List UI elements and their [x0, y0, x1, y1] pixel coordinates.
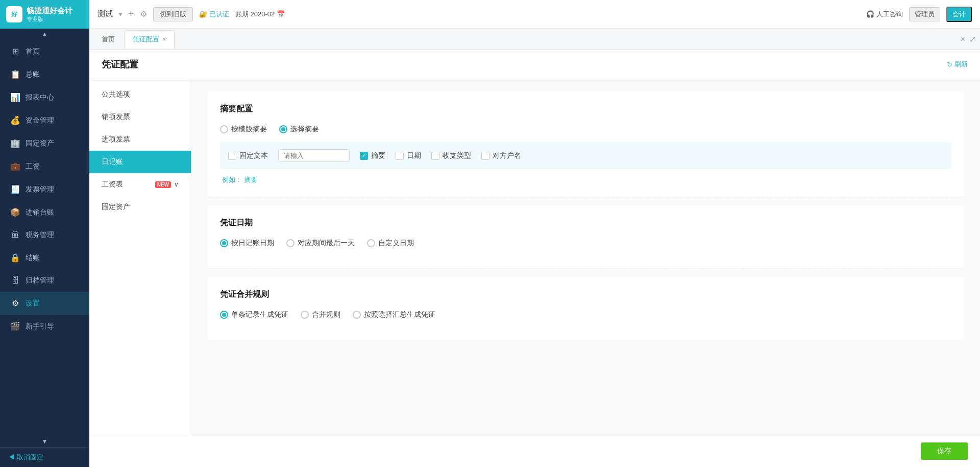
sidebar-label-home: 首页: [26, 47, 40, 56]
merge-rule-radio[interactable]: 合并规则: [301, 310, 340, 319]
sidebar-label-close: 结账: [26, 253, 40, 263]
by-selection-radio[interactable]: 按照选择汇总生成凭证: [353, 310, 435, 319]
summary-box[interactable]: ✓: [360, 152, 368, 160]
calendar-icon[interactable]: 📅: [277, 10, 285, 18]
payroll-chevron: ∨: [174, 181, 179, 188]
sidebar-item-report[interactable]: 📊 报表中心: [0, 86, 89, 109]
logo-subtitle: 专业版: [27, 15, 72, 23]
save-button[interactable]: 保存: [921, 442, 968, 460]
sidebar-item-close[interactable]: 🔒 结账: [0, 246, 89, 269]
sidebar-item-tax[interactable]: 🏛 税务管理: [0, 224, 89, 246]
content-header: 凭证配置 ↻ 刷新: [89, 50, 980, 79]
verified-status: 🔐 已认证: [199, 10, 229, 19]
journal-date-radio[interactable]: 按日记账日期: [220, 239, 274, 248]
nav-fixed-assets[interactable]: 固定资产: [89, 196, 191, 218]
merge-rule-circle[interactable]: [301, 311, 309, 319]
refresh-label: 刷新: [954, 60, 968, 69]
sidebar-item-home[interactable]: ⊞ 首页: [0, 40, 89, 63]
close-books-icon: 🔒: [10, 253, 20, 263]
trade-icon: 📦: [10, 207, 20, 217]
fixed-text-box[interactable]: [228, 152, 236, 160]
company-dropdown-icon[interactable]: ▾: [119, 11, 122, 18]
single-record-circle[interactable]: [220, 311, 228, 319]
fullscreen-btn[interactable]: ⤢: [969, 34, 976, 44]
sidebar-item-trade[interactable]: 📦 进销台账: [0, 201, 89, 224]
example-value: 摘要: [244, 176, 257, 183]
tabs-bar: 首页 凭证配置 × × ⤢: [89, 29, 980, 50]
add-company-icon[interactable]: +: [128, 9, 134, 19]
fixed-text-input[interactable]: [278, 149, 350, 162]
main-area: 测试 ▾ + ⚙ 切到旧版 🔐 已认证 账期 2023-02 📅 🎧 人工咨询 …: [89, 0, 980, 467]
single-record-radio[interactable]: 单条记录生成凭证: [220, 310, 288, 319]
date-section-title: 凭证日期: [220, 218, 951, 228]
example-text: 例如： 摘要: [220, 175, 951, 184]
nav-journal[interactable]: 日记账: [89, 151, 191, 173]
sidebar-label-report: 报表中心: [26, 93, 54, 102]
date-section: 凭证日期 按日记账日期 对应期间最后一天 自定义日期: [208, 205, 964, 269]
fund-icon: 💰: [10, 115, 20, 125]
guide-icon: 🎬: [10, 321, 20, 331]
select-radio-label: 选择摘要: [290, 125, 319, 134]
sidebar-item-guide[interactable]: 🎬 新手引导: [0, 315, 89, 338]
custom-date-circle[interactable]: [367, 239, 375, 247]
sidebar-item-settings[interactable]: ⚙ 设置: [0, 292, 89, 315]
sidebar-label-tax: 税务管理: [26, 230, 54, 240]
page-content: 凭证配置 ↻ 刷新 公共选项 销项发票 进项发票 日记账: [89, 50, 980, 467]
home-icon: ⊞: [10, 46, 20, 56]
left-nav: 公共选项 销项发票 进项发票 日记账 工资表 NEW ∨: [89, 79, 191, 435]
headset-icon: 🎧: [866, 10, 874, 18]
date-box[interactable]: [396, 152, 404, 160]
income-type-checkbox[interactable]: 收支类型: [431, 151, 471, 160]
refresh-btn[interactable]: ↻ 刷新: [947, 60, 968, 77]
sidebar-scroll-up[interactable]: ▲: [0, 29, 89, 40]
income-type-box[interactable]: [431, 152, 439, 160]
sidebar-item-archive[interactable]: 🗄 归档管理: [0, 269, 89, 292]
sidebar-item-invoice[interactable]: 🧾 发票管理: [0, 178, 89, 201]
tab-voucher-config[interactable]: 凭证配置 ×: [124, 30, 175, 49]
tab-close-icon[interactable]: ×: [162, 36, 166, 43]
sidebar-label-guide: 新手引导: [26, 322, 54, 331]
summary-radio-select[interactable]: 选择摘要: [279, 125, 319, 134]
cancel-fixed-btn[interactable]: ◀ 取消固定: [0, 447, 89, 467]
switch-old-version-btn[interactable]: 切到旧版: [153, 7, 193, 21]
fixed-text-checkbox[interactable]: 固定文本: [228, 151, 268, 160]
service-btn[interactable]: 🎧 人工咨询: [866, 10, 903, 19]
assets-icon: 🏢: [10, 138, 20, 148]
nav-purchase[interactable]: 进项发票: [89, 128, 191, 151]
topbar-settings-icon[interactable]: ⚙: [140, 9, 147, 19]
period-value: 2023-02: [251, 10, 275, 18]
merge-rule-label: 合并规则: [312, 310, 340, 319]
nav-payroll[interactable]: 工资表 NEW ∨: [89, 173, 191, 196]
tax-icon: 🏛: [10, 230, 20, 240]
summary-checkbox[interactable]: ✓ 摘要: [360, 151, 385, 160]
sidebar-item-fund[interactable]: 💰 资金管理: [0, 109, 89, 132]
period-last-radio[interactable]: 对应期间最后一天: [286, 239, 355, 248]
report-icon: 📊: [10, 92, 20, 102]
journal-date-label: 按日记账日期: [231, 239, 274, 248]
journal-date-circle[interactable]: [220, 239, 228, 247]
template-radio-circle[interactable]: [220, 125, 228, 133]
summary-radio-group: 按模版摘要 选择摘要: [220, 125, 951, 134]
sidebar-scroll-down[interactable]: ▼: [0, 436, 89, 447]
nav-journal-label: 日记账: [102, 157, 123, 167]
counterpart-checkbox[interactable]: 对方户名: [481, 151, 521, 160]
nav-public[interactable]: 公共选项: [89, 83, 191, 106]
sidebar-item-salary[interactable]: 💼 工资: [0, 155, 89, 178]
summary-radio-template[interactable]: 按模版摘要: [220, 125, 267, 134]
counterpart-box[interactable]: [481, 152, 489, 160]
service-label: 人工咨询: [876, 10, 903, 19]
new-badge: NEW: [155, 181, 171, 188]
window-close-btn[interactable]: ×: [961, 35, 965, 44]
select-radio-circle[interactable]: [279, 125, 287, 133]
tab-home[interactable]: 首页: [93, 31, 123, 48]
custom-date-radio[interactable]: 自定义日期: [367, 239, 414, 248]
period-last-circle[interactable]: [286, 239, 295, 247]
sidebar-item-assets[interactable]: 🏢 固定资产: [0, 132, 89, 155]
admin-btn[interactable]: 管理员: [909, 7, 940, 21]
nav-sales[interactable]: 销项发票: [89, 106, 191, 128]
date-checkbox[interactable]: 日期: [396, 151, 421, 160]
sidebar-item-ledger[interactable]: 📋 总账: [0, 63, 89, 86]
by-selection-circle[interactable]: [353, 311, 361, 319]
refresh-icon: ↻: [947, 61, 952, 68]
accountant-btn[interactable]: 会计: [946, 7, 972, 22]
